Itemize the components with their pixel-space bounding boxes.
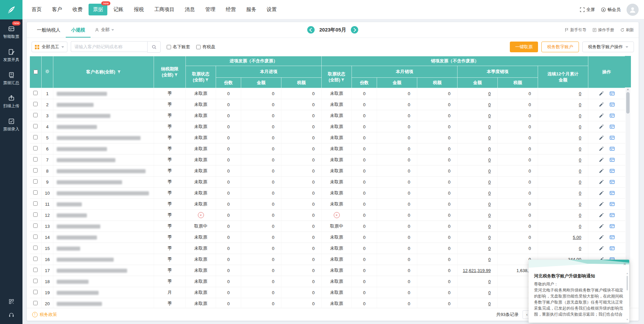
quarter-amount-link[interactable]: 0 [488, 279, 491, 284]
row-select-cell[interactable] [30, 154, 42, 166]
row-checkbox[interactable] [33, 168, 38, 173]
nav-item-记账[interactable]: 记账 [109, 4, 128, 15]
edit-icon[interactable] [599, 124, 604, 130]
quarter-amount-cell[interactable]: 12,621,319.99 [458, 265, 498, 276]
employee-select[interactable]: 全部员工 [32, 42, 67, 52]
row-checkbox[interactable] [33, 235, 38, 239]
quarter-amount-link[interactable]: 0 [488, 202, 491, 207]
quarter-amount-link[interactable]: 0 [488, 213, 491, 218]
row-select-cell[interactable] [30, 199, 42, 210]
cumulative-12m-link[interactable]: 0 [579, 169, 581, 174]
manual-link[interactable]: 操作手册 [592, 27, 614, 33]
cumulative-12m-cell[interactable]: 0 [538, 132, 588, 143]
invoice-icon[interactable] [609, 113, 615, 119]
quarter-amount-link[interactable]: 0 [488, 290, 491, 295]
tax-digital-account-ops-select[interactable]: 税务数字账户操作 [582, 42, 634, 52]
row-checkbox[interactable] [33, 113, 38, 117]
cumulative-12m-link[interactable]: 5.00 [573, 235, 581, 240]
quarter-amount-cell[interactable]: 0 [458, 88, 498, 99]
refresh-link[interactable]: 刷新 [620, 27, 634, 33]
cumulative-12m-cell[interactable]: 0 [538, 177, 588, 188]
search-input[interactable] [71, 41, 147, 52]
invoice-icon[interactable] [609, 190, 615, 196]
edit-icon[interactable] [599, 102, 604, 108]
qr-code-icon[interactable] [8, 299, 14, 306]
cumulative-12m-cell[interactable]: 0 [538, 99, 588, 110]
row-select-cell[interactable] [30, 88, 42, 99]
row-checkbox[interactable] [33, 201, 38, 206]
close-icon[interactable]: × [623, 261, 626, 266]
invoice-icon[interactable] [609, 124, 615, 130]
row-checkbox[interactable] [33, 279, 38, 283]
row-select-cell[interactable] [30, 121, 42, 132]
column-settings-cell[interactable] [42, 56, 53, 88]
invoice-icon[interactable] [609, 212, 615, 218]
tab-general-taxpayer[interactable]: 一般纳税人 [32, 22, 66, 38]
edit-icon[interactable] [599, 157, 604, 163]
row-select-cell[interactable] [30, 210, 42, 221]
member-button[interactable]: 畅会员 [601, 7, 621, 13]
invoice-icon[interactable] [609, 135, 615, 141]
invoice-icon[interactable] [609, 223, 615, 229]
quarter-amount-cell[interactable]: 0 [458, 132, 498, 143]
cumulative-12m-link[interactable]: 0 [579, 246, 581, 251]
quarter-amount-link[interactable]: 0 [488, 180, 491, 185]
row-select-cell[interactable] [30, 177, 42, 188]
cumulative-12m-cell[interactable]: 0 [538, 143, 588, 154]
sidebar-item-扫描上传[interactable]: 扫描上传 [0, 91, 22, 112]
quarter-amount-cell[interactable]: 0 [458, 287, 498, 298]
row-checkbox[interactable] [33, 157, 38, 161]
nav-item-工商项目[interactable]: 工商项目 [150, 4, 179, 15]
edit-icon[interactable] [599, 246, 604, 251]
quarter-amount-cell[interactable]: 0 [458, 232, 498, 243]
quarter-amount-link[interactable]: 0 [488, 102, 491, 107]
row-select-cell[interactable] [30, 254, 42, 265]
nav-item-收费[interactable]: 收费 [68, 4, 87, 15]
row-checkbox[interactable] [33, 212, 38, 217]
filter-icon[interactable] [174, 73, 178, 77]
tab-small-scale[interactable]: 小规模 [66, 22, 91, 38]
quarter-amount-link[interactable]: 0 [488, 191, 491, 196]
row-select-cell[interactable] [30, 298, 42, 309]
cumulative-12m-link[interactable]: 0 [579, 191, 581, 196]
row-checkbox[interactable] [33, 179, 38, 184]
row-checkbox[interactable] [33, 91, 38, 95]
user-avatar[interactable] [627, 4, 639, 16]
edit-icon[interactable] [599, 212, 604, 218]
row-select-cell[interactable] [30, 287, 42, 298]
cumulative-12m-link[interactable]: 0 [579, 202, 581, 207]
cumulative-12m-cell[interactable]: 0 [538, 110, 588, 121]
invoice-icon[interactable] [609, 168, 615, 174]
quarter-amount-link[interactable]: 0 [488, 91, 491, 96]
cumulative-12m-cell[interactable]: 0 [538, 166, 588, 177]
scroll-down-icon[interactable]: ▼ [626, 318, 629, 321]
edit-icon[interactable] [599, 135, 604, 141]
edit-icon[interactable] [599, 113, 604, 119]
cumulative-12m-link[interactable]: 0 [579, 113, 581, 118]
prev-month-button[interactable] [307, 26, 315, 34]
scroll-up-icon[interactable]: ▲ [626, 87, 630, 91]
cumulative-12m-cell[interactable]: 0 [538, 154, 588, 166]
row-select-cell[interactable] [30, 166, 42, 177]
quarter-amount-link[interactable]: 0 [488, 257, 491, 262]
quarter-amount-cell[interactable]: 0 [458, 243, 498, 254]
row-select-cell[interactable] [30, 276, 42, 287]
edit-icon[interactable] [599, 235, 604, 240]
select-all-checkbox[interactable] [34, 70, 38, 74]
quarter-amount-cell[interactable]: 0 [458, 166, 498, 177]
row-select-cell[interactable] [30, 99, 42, 110]
quarter-amount-link[interactable]: 0 [488, 235, 491, 240]
quarter-amount-cell[interactable]: 0 [458, 199, 498, 210]
row-select-cell[interactable] [30, 110, 42, 121]
row-checkbox[interactable] [33, 190, 38, 195]
row-checkbox[interactable] [33, 223, 38, 228]
filter-icon[interactable] [341, 78, 344, 82]
row-checkbox[interactable] [33, 257, 38, 261]
checkbox-tax-disk[interactable]: 有税盘 [196, 44, 215, 50]
quarter-amount-cell[interactable]: 0 [458, 188, 498, 199]
quarter-amount-link[interactable]: 0 [488, 135, 491, 140]
invoice-icon[interactable] [609, 91, 615, 96]
quarter-amount-cell[interactable]: 0 [458, 298, 498, 309]
invoice-icon[interactable] [609, 102, 615, 108]
beginner-guide-link[interactable]: 新手引导 [565, 27, 586, 33]
